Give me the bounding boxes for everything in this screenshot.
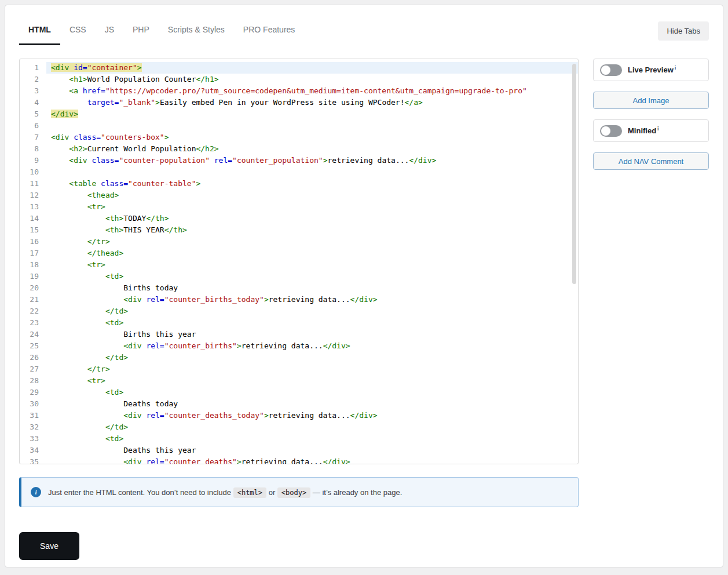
line-number: 22 [20, 305, 46, 317]
code-line[interactable]: 21 <div rel="counter_births_today">retri… [20, 294, 578, 305]
line-number: 10 [20, 166, 46, 178]
code-line[interactable]: 4 target="_blank">Easily embed Pen in yo… [20, 97, 578, 108]
code-text: <tr> [46, 201, 578, 213]
code-line[interactable]: 26 </td> [20, 352, 578, 363]
notice-text-fragment: — it’s already on the page. [313, 488, 402, 497]
code-line[interactable]: 13 <tr> [20, 201, 578, 213]
code-line[interactable]: 7<div class="counters-box"> [20, 132, 578, 143]
code-line[interactable]: 22 </td> [20, 305, 578, 317]
code-text: <td> [46, 317, 578, 329]
code-line[interactable]: 33 <td> [20, 433, 578, 445]
line-number: 17 [20, 248, 46, 259]
line-number: 2 [20, 74, 46, 85]
code-editor[interactable]: 1<div id="container">2 <h1>World Populat… [19, 59, 579, 464]
line-number: 25 [20, 340, 46, 352]
code-line[interactable]: 23 <td> [20, 317, 578, 329]
line-number: 32 [20, 421, 46, 433]
code-text: target="_blank">Easily embed Pen in your… [46, 97, 578, 108]
sidebar: Live Previewi Add Image Minifiedi Add NA… [593, 59, 709, 560]
code-line[interactable]: 30 Deaths today [20, 398, 578, 410]
line-number: 14 [20, 213, 46, 224]
code-line[interactable]: 14 <th>TODAY</th> [20, 213, 578, 224]
line-number: 28 [20, 375, 46, 387]
code-text: <h2>Current World Population</h2> [46, 143, 578, 155]
code-line[interactable]: 28 <tr> [20, 375, 578, 387]
line-number: 16 [20, 236, 46, 248]
code-text: <table class="counter-table"> [46, 178, 578, 190]
code-line[interactable]: 8 <h2>Current World Population</h2> [20, 143, 578, 155]
code-line[interactable]: 31 <div rel="counter_deaths_today">retri… [20, 410, 578, 421]
line-number: 7 [20, 132, 46, 143]
minified-toggle[interactable] [600, 125, 622, 137]
code-line[interactable]: 27 </tr> [20, 363, 578, 375]
line-number: 21 [20, 294, 46, 305]
code-text: <tr> [46, 259, 578, 271]
line-number: 19 [20, 271, 46, 282]
code-line[interactable]: 25 <div rel="counter_births">retrieving … [20, 340, 578, 352]
code-text: Deaths this year [46, 445, 578, 456]
code-line[interactable]: 20 Births today [20, 282, 578, 294]
code-line[interactable]: 15 <th>THIS YEAR</th> [20, 224, 578, 236]
code-line[interactable]: 24 Births this year [20, 329, 578, 340]
code-text: <div rel="counter_deaths">retrieving dat… [46, 456, 578, 464]
html-tag-chip: <html> [233, 487, 266, 498]
line-number: 35 [20, 456, 46, 464]
code-line[interactable]: 2 <h1>World Population Counter</h1> [20, 74, 578, 85]
add-nav-comment-button[interactable]: Add NAV Comment [593, 152, 709, 170]
code-text: <tr> [46, 375, 578, 387]
minified-label: Minifiedi [628, 126, 659, 135]
code-text: <td> [46, 271, 578, 282]
add-image-button[interactable]: Add Image [593, 92, 709, 109]
tab-pro-features[interactable]: PRO Features [234, 21, 304, 43]
code-line[interactable]: 35 <div rel="counter_deaths">retrieving … [20, 456, 578, 464]
code-line[interactable]: 9 <div class="counter-population" rel="c… [20, 155, 578, 166]
code-line[interactable]: 5</div> [20, 108, 578, 120]
code-line[interactable]: 19 <td> [20, 271, 578, 282]
code-line[interactable]: 1<div id="container"> [20, 62, 578, 74]
code-text: Births this year [46, 329, 578, 340]
code-line[interactable]: 3 <a href="https://wpcoder.pro/?utm_sour… [20, 85, 578, 97]
tab-scripts-styles[interactable]: Scripts & Styles [159, 21, 234, 43]
save-button[interactable]: Save [19, 532, 79, 560]
tab-html[interactable]: HTML [19, 21, 60, 45]
code-line[interactable]: 11 <table class="counter-table"> [20, 178, 578, 190]
tab-css[interactable]: CSS [60, 21, 96, 43]
code-line[interactable]: 12 <thead> [20, 190, 578, 201]
editor-scrollbar[interactable] [572, 64, 576, 284]
live-preview-info-icon: i [675, 65, 676, 71]
code-line[interactable]: 34 Deaths this year [20, 445, 578, 456]
code-line[interactable]: 16 </tr> [20, 236, 578, 248]
tab-js[interactable]: JS [96, 21, 123, 43]
code-text: <div rel="counter_deaths_today">retrievi… [46, 410, 578, 421]
line-number: 23 [20, 317, 46, 329]
code-line[interactable]: 18 <tr> [20, 259, 578, 271]
body-tag-chip: <body> [277, 487, 310, 498]
line-number: 33 [20, 433, 46, 445]
code-line[interactable]: 10 [20, 166, 578, 178]
line-number: 1 [20, 62, 46, 74]
line-number: 18 [20, 259, 46, 271]
code-text [46, 166, 578, 178]
code-text: Deaths today [46, 398, 578, 410]
code-text: <td> [46, 387, 578, 398]
code-text: <th>TODAY</th> [46, 213, 578, 224]
wpcoder-panel: HTML CSS JS PHP Scripts & Styles PRO Fea… [5, 5, 723, 567]
code-text: </div> [46, 108, 578, 120]
code-line[interactable]: 17 </thead> [20, 248, 578, 259]
line-number: 4 [20, 97, 46, 108]
tabs-bar: HTML CSS JS PHP Scripts & Styles PRO Fea… [5, 5, 723, 59]
code-line[interactable]: 29 <td> [20, 387, 578, 398]
code-text: <th>THIS YEAR</th> [46, 224, 578, 236]
code-line[interactable]: 6 [20, 120, 578, 132]
hide-tabs-button[interactable]: Hide Tabs [658, 21, 709, 41]
live-preview-toggle[interactable] [600, 64, 622, 76]
line-number: 8 [20, 143, 46, 155]
editor-column: 1<div id="container">2 <h1>World Populat… [19, 59, 579, 560]
code-text [46, 120, 578, 132]
tab-php[interactable]: PHP [123, 21, 159, 43]
code-line[interactable]: 32 </td> [20, 421, 578, 433]
line-number: 13 [20, 201, 46, 213]
code-text: Births today [46, 282, 578, 294]
code-text: </td> [46, 305, 578, 317]
code-editor-lines: 1<div id="container">2 <h1>World Populat… [20, 62, 578, 464]
